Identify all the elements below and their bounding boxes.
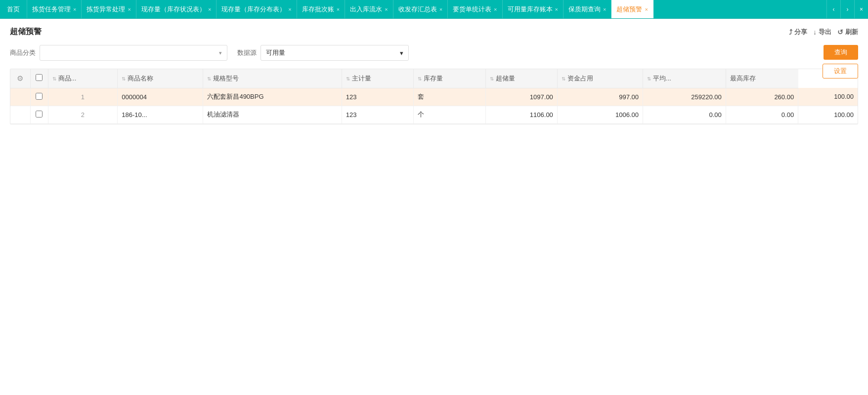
nav-tab-label-tab-1: 拣货任务管理 [32,5,71,14]
nav-tab-tab-5[interactable]: 库存批次账× [297,0,345,18]
row-over-1: 1006.00 [557,106,643,123]
nav-arrow-right[interactable]: › [840,0,854,18]
nav-tab-tab-11[interactable]: 超储预警× [611,0,653,18]
nav-arrows: ‹ › × [826,0,868,18]
nav-tab-tab-3[interactable]: 现存量（库存状况表）× [136,0,217,18]
row-unit-1: 个 [414,106,485,123]
col-header-col-checkbox [30,69,48,88]
row-stock-1: 1106.00 [485,106,557,123]
row-checkbox-cell-1 [30,106,48,123]
top-navigation: 首页 拣货任务管理×拣货异常处理×现存量（库存状况表）×现存量（库存分布表）×库… [0,0,868,19]
sort-icon-col-stock: ⇅ [418,75,422,82]
nav-tab-label-tab-9: 可用量库存账本 [508,5,553,14]
col-label-col-over: 超储量 [496,74,515,83]
row-checkbox-0[interactable] [36,93,43,100]
nav-tab-close-tab-3[interactable]: × [208,6,211,12]
category-select[interactable]: ▾ [40,45,227,61]
nav-tab-label-tab-2: 拣货异常处理 [87,5,125,14]
nav-tab-tab-7[interactable]: 收发存汇总表× [393,0,448,18]
nav-arrow-left[interactable]: ‹ [826,0,840,18]
nav-arrow-close[interactable]: × [854,0,868,18]
refresh-button[interactable]: ↺ 刷新 [837,28,858,37]
filter-area: 商品分类 ▾ 数据源 可用量 ▾ 查询 设置 [10,45,858,61]
col-header-col-stock[interactable]: ⇅库存量 [414,69,485,88]
nav-tab-label-tab-7: 收发存汇总表 [398,5,437,14]
th-content-col-name: ⇅商品名称 [122,74,199,83]
nav-home[interactable]: 首页 [0,0,27,18]
datasource-select[interactable]: 可用量 ▾ [260,45,409,61]
col-header-col-over[interactable]: ⇅超储量 [485,69,557,88]
col-header-col-code[interactable]: ⇅商品... [48,69,118,88]
nav-tab-tab-6[interactable]: 出入库流水× [345,0,393,18]
th-content-col-stock: ⇅库存量 [418,74,481,83]
row-over-0: 997.00 [557,88,643,106]
row-max-1: 100.00 [798,106,858,123]
datasource-value: 可用量 [266,48,285,57]
col-label-col-spec: 规格型号 [213,74,239,83]
nav-tab-tab-8[interactable]: 要货单统计表× [448,0,502,18]
th-content-col-unit: ⇅主计量 [346,74,409,83]
col-header-col-unit[interactable]: ⇅主计量 [342,69,413,88]
sort-icon-col-capital: ⇅ [562,75,565,82]
row-max-0: 100.00 [798,88,858,106]
nav-tab-tab-1[interactable]: 拣货任务管理× [27,0,82,18]
nav-tab-tab-2[interactable]: 拣货异常处理× [82,0,136,18]
sort-icon-col-over: ⇅ [490,75,494,82]
share-button[interactable]: ⤴ 分享 [789,28,807,37]
row-avg-0: 260.00 [726,88,798,106]
row-capital-0: 259220.00 [643,88,726,106]
nav-tab-close-tab-11[interactable]: × [645,6,648,12]
nav-tab-label-tab-6: 出入库流水 [350,5,382,14]
nav-tab-close-tab-9[interactable]: × [555,6,558,12]
row-gear-cell-0 [10,88,30,106]
col-header-col-max: 最高库存 [726,69,798,88]
category-dropdown-arrow: ▾ [219,50,222,56]
nav-tab-close-tab-1[interactable]: × [73,6,76,12]
col-label-col-stock: 库存量 [424,74,443,83]
nav-tab-close-tab-8[interactable]: × [494,6,497,12]
col-header-col-avg[interactable]: ⇅平均... [643,69,726,88]
share-icon: ⤴ [789,28,792,36]
nav-tab-close-tab-2[interactable]: × [128,6,130,12]
nav-tab-label-tab-11: 超储预警 [616,5,642,14]
main-table: ⚙⇅商品...⇅商品名称⇅规格型号⇅主计量⇅库存量⇅超储量⇅资金占用⇅平均...… [10,69,858,124]
col-header-col-spec[interactable]: ⇅规格型号 [203,69,342,88]
nav-tab-close-tab-7[interactable]: × [439,6,442,12]
row-gear-cell-1 [10,106,30,123]
sort-icon-col-spec: ⇅ [207,75,211,82]
sort-icon-col-name: ⇅ [122,75,126,82]
row-checkbox-1[interactable] [36,111,43,118]
page-content: 超储预警 ⤴ 分享 ↓ 导出 ↺ 刷新 商品分类 ▾ [0,19,868,132]
select-all-checkbox[interactable] [36,74,43,81]
nav-tabs: 拣货任务管理×拣货异常处理×现存量（库存状况表）×现存量（库存分布表）×库存批次… [27,0,653,18]
row-checkbox-cell-0 [30,88,48,106]
col-label-col-avg: 平均... [653,74,671,83]
page-actions: ⤴ 分享 ↓ 导出 ↺ 刷新 [789,28,858,37]
category-label: 商品分类 [10,48,36,57]
nav-tab-tab-4[interactable]: 现存量（库存分布表）× [217,0,297,18]
nav-tab-close-tab-4[interactable]: × [288,6,291,12]
nav-tab-close-tab-10[interactable]: × [603,6,606,12]
row-code-1: 186-10... [118,106,203,123]
nav-tab-tab-9[interactable]: 可用量库存账本× [503,0,564,18]
settings-button[interactable]: 设置 [823,64,858,79]
row-name-0: 六配套新昌490BPG [203,88,342,106]
nav-tab-tab-10[interactable]: 保质期查询× [564,0,611,18]
row-avg-1: 0.00 [726,106,798,123]
export-icon: ↓ [813,28,817,36]
gear-settings-icon[interactable]: ⚙ [17,74,23,82]
col-header-col-capital[interactable]: ⇅资金占用 [557,69,643,88]
col-header-col-name[interactable]: ⇅商品名称 [118,69,203,88]
table-header: ⚙⇅商品...⇅商品名称⇅规格型号⇅主计量⇅库存量⇅超储量⇅资金占用⇅平均...… [10,69,858,88]
export-button[interactable]: ↓ 导出 [813,28,831,37]
th-content-col-spec: ⇅规格型号 [207,74,337,83]
sort-icon-col-unit: ⇅ [346,75,350,82]
th-content-col-capital: ⇅资金占用 [562,74,639,83]
query-button[interactable]: 查询 [824,45,858,60]
col-label-col-unit: 主计量 [352,74,371,83]
nav-tab-close-tab-5[interactable]: × [337,6,340,12]
row-stock-0: 1097.00 [485,88,557,106]
category-filter: 商品分类 ▾ [10,45,227,61]
th-content-col-over: ⇅超储量 [490,74,553,83]
nav-tab-close-tab-6[interactable]: × [385,6,388,12]
